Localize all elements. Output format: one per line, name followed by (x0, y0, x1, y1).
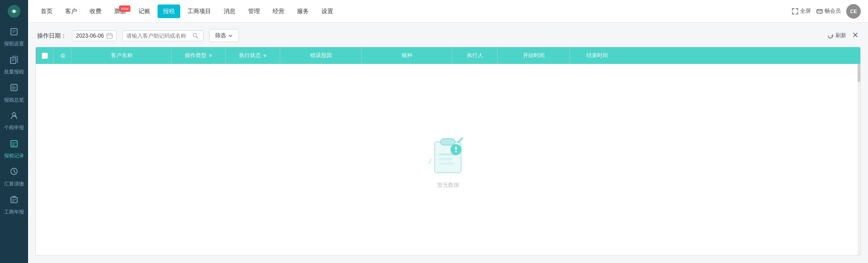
th-executor: 执行人 (452, 47, 498, 64)
member-icon (816, 8, 823, 15)
filter-icon (208, 54, 213, 58)
nav-operations[interactable]: 经营 (267, 5, 290, 18)
nav-invoice[interactable]: 票据 new (109, 5, 131, 18)
settlement-icon (10, 167, 19, 179)
svg-rect-19 (455, 146, 456, 150)
sidebar-label-batch-tax: 批量报税 (4, 68, 24, 75)
nav-services[interactable]: 服务 (292, 5, 314, 18)
annual-report-icon (10, 195, 19, 207)
th-operation-type[interactable]: 操作类型 (172, 47, 226, 64)
th-end-time: 结束时间 (570, 47, 624, 64)
table-header: 客户名称 操作类型 执行状态 错误股因 (36, 47, 860, 64)
settings-icon (60, 53, 66, 59)
refresh-button[interactable]: 刷新 (827, 32, 846, 39)
empty-text: 暂无数据 (437, 181, 459, 189)
toolbar-right: 刷新 (827, 31, 859, 40)
nav-home[interactable]: 首页 (35, 5, 58, 18)
close-icon (852, 31, 859, 39)
nav-billing[interactable]: 收费 (84, 5, 107, 18)
topnav-right-area: 全屏 畅会员 CE (792, 4, 861, 19)
table-body: 暂无数据 (36, 64, 860, 255)
th-settings (54, 47, 72, 64)
search-box[interactable] (122, 30, 204, 41)
empty-illustration (428, 131, 469, 176)
th-client-name: 客户名称 (72, 47, 172, 64)
svg-point-11 (193, 33, 197, 37)
sidebar-label-annual-report: 工商年报 (4, 209, 24, 215)
scrollbar-thumb[interactable] (858, 64, 860, 82)
chevron-down-icon (228, 33, 233, 39)
app-logo[interactable] (0, 0, 28, 23)
sidebar-item-tax-settings[interactable]: 报税设置 (0, 23, 28, 51)
th-checkbox[interactable] (36, 47, 54, 64)
nav-management[interactable]: 管理 (243, 5, 265, 18)
toolbar: 操作日期： 2023-06-06 筛选 (28, 23, 868, 47)
svg-rect-9 (817, 10, 822, 13)
th-error-reason: 错误股因 (280, 47, 362, 64)
nav-settings[interactable]: 设置 (316, 5, 339, 18)
svg-point-5 (13, 113, 16, 116)
sidebar-label-tax-settings: 报税设置 (4, 40, 24, 47)
svg-rect-2 (11, 29, 17, 35)
svg-rect-14 (441, 139, 455, 145)
nav-tax[interactable]: 报税 (158, 5, 180, 18)
sidebar-label-tax-overview: 报税总览 (4, 97, 24, 103)
member-button[interactable]: 畅会员 (816, 7, 841, 15)
sidebar-label-settlement: 汇算清缴 (4, 180, 24, 187)
data-table: 客户名称 操作类型 执行状态 错误股因 (35, 47, 861, 256)
search-icon (192, 33, 199, 39)
filter-icon-2 (263, 54, 267, 58)
sidebar-item-tax-record[interactable]: 报税记录 (0, 135, 28, 163)
nav-commerce[interactable]: 工商项目 (182, 5, 216, 18)
sidebar-item-batch-tax[interactable]: 批量报税 (0, 51, 28, 79)
fullscreen-icon (792, 8, 798, 15)
refresh-icon (827, 33, 834, 39)
svg-point-20 (455, 151, 457, 152)
invoice-badge: new (119, 5, 130, 12)
sidebar-label-tax-record: 报税记录 (4, 152, 24, 159)
batch-tax-icon (10, 55, 19, 67)
sidebar-item-settlement[interactable]: 汇算清缴 (0, 162, 28, 190)
main-container: 首页 客户 收费 票据 new 记账 报税 工商项目 消息 (28, 0, 868, 263)
nav-accounts[interactable]: 记账 (133, 5, 156, 18)
personal-tax-icon (10, 111, 19, 123)
th-start-time: 开始时间 (498, 47, 570, 64)
sidebar-label-personal-tax: 个税申报 (4, 124, 24, 131)
nav-messages[interactable]: 消息 (218, 5, 241, 18)
search-input[interactable] (126, 33, 190, 39)
svg-point-12 (62, 54, 64, 57)
calendar-icon (106, 33, 113, 39)
svg-point-1 (13, 10, 15, 13)
svg-rect-16 (439, 158, 452, 160)
svg-rect-22 (428, 158, 432, 165)
sidebar-item-annual-report[interactable]: 工商年报 (0, 190, 28, 219)
user-avatar[interactable]: CE (846, 4, 861, 19)
date-picker[interactable]: 2023-06-06 (72, 30, 117, 41)
select-all-checkbox[interactable] (42, 53, 48, 59)
nav-customer[interactable]: 客户 (60, 5, 82, 18)
scrollbar-track[interactable] (858, 64, 860, 255)
svg-rect-10 (107, 34, 112, 38)
sidebar-item-personal-tax[interactable]: 个税申报 (0, 107, 28, 135)
th-tax-type: 税种 (362, 47, 452, 64)
close-button[interactable] (852, 31, 859, 40)
date-label: 操作日期： (37, 32, 67, 40)
svg-rect-8 (11, 197, 17, 203)
fullscreen-button[interactable]: 全屏 (792, 7, 811, 15)
sidebar-item-tax-overview[interactable]: 报税总览 (0, 78, 28, 107)
page-content: 操作日期： 2023-06-06 筛选 (28, 23, 868, 263)
date-value: 2023-06-06 (76, 33, 104, 39)
th-exec-status[interactable]: 执行状态 (226, 47, 280, 64)
tax-record-icon (10, 139, 19, 151)
tax-overview-icon (10, 83, 19, 95)
filter-button[interactable]: 筛选 (209, 29, 239, 42)
sidebar: 报税设置 批量报税 报税总览 个税申报 (0, 0, 28, 263)
empty-state: 暂无数据 (419, 122, 478, 198)
svg-rect-6 (11, 141, 17, 147)
top-navigation: 首页 客户 收费 票据 new 记账 报税 工商项目 消息 (28, 0, 868, 23)
refresh-label: 刷新 (835, 32, 846, 39)
svg-rect-17 (439, 162, 454, 165)
nav-items: 首页 客户 收费 票据 new 记账 报税 工商项目 消息 (35, 5, 792, 18)
tax-settings-icon (10, 27, 19, 39)
